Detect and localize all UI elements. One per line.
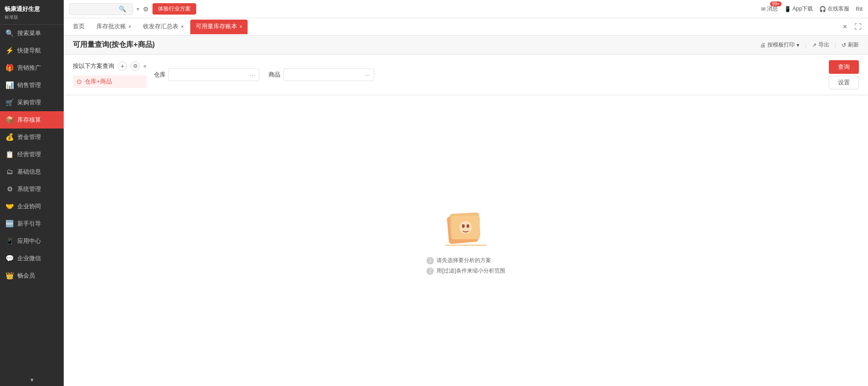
sidebar-item-guide[interactable]: 🆕 新手引导 bbox=[0, 215, 64, 232]
tab-label-summary: 收发存汇总表 bbox=[143, 22, 178, 31]
app-icon: 📱 bbox=[784, 6, 791, 12]
online-service-button[interactable]: 🎧 在线客服 bbox=[819, 5, 849, 13]
query-right-buttons: 查询 设置 bbox=[829, 60, 859, 89]
query-row: 按以下方案查询 + ⚙ « ⊙ 仓库+商品 仓库 bbox=[73, 60, 859, 89]
svg-point-5 bbox=[467, 224, 469, 228]
refresh-icon: ↺ bbox=[842, 42, 846, 48]
hint-num-2: 2 bbox=[426, 268, 434, 275]
query-area: 按以下方案查询 + ⚙ « ⊙ 仓库+商品 仓库 bbox=[64, 55, 868, 95]
print-button[interactable]: 🖨 按模板打印 ▾ bbox=[760, 41, 799, 49]
sidebar-item-label-marketing: 营销推广 bbox=[17, 64, 41, 72]
export-label: 导出 bbox=[818, 41, 829, 49]
warehouse-more-icon[interactable]: ··· bbox=[250, 71, 255, 78]
sidebar-header: 畅康通好生意 标准版 bbox=[0, 0, 64, 25]
scheme-label-warehouse-goods: 仓库+商品 bbox=[85, 77, 112, 86]
sidebar-item-operations[interactable]: 📋 经营管理 bbox=[0, 146, 64, 163]
sidebar-item-quicknav[interactable]: ⚡ 快捷导航 bbox=[0, 42, 64, 59]
message-badge: 99+ bbox=[770, 1, 782, 6]
sidebar-item-search[interactable]: 🔍 搜索菜单 bbox=[0, 25, 64, 42]
tabbar: 首页库存批次账×收发存汇总表×可用量库存账本× × ⛶ bbox=[64, 18, 868, 36]
tab-available[interactable]: 可用量库存账本× bbox=[190, 20, 248, 34]
goods-input-box[interactable]: ··· bbox=[283, 68, 374, 81]
chevron-down-icon[interactable]: ▾ bbox=[137, 6, 139, 12]
tab-close-summary[interactable]: × bbox=[181, 24, 183, 29]
page-header: 可用量查询(按仓库+商品) 🖨 按模板打印 ▾ | ↗ 导出 | ↺ bbox=[64, 36, 868, 55]
sidebar-item-appcenter[interactable]: 📱 应用中心 bbox=[0, 232, 64, 250]
warehouse-label: 仓库 bbox=[154, 71, 166, 79]
finance-icon: 💰 bbox=[5, 133, 14, 141]
sidebar-item-label-cooperation: 企业协同 bbox=[17, 202, 41, 211]
warehouse-field-group: 仓库 ··· bbox=[154, 68, 259, 81]
sidebar-item-marketing[interactable]: 🎁 营销推广 bbox=[0, 59, 64, 77]
empty-hint: 1 请先选择要分析的方案 2 用[过滤]条件来缩小分析范围 bbox=[426, 257, 505, 275]
hint-item-2: 2 用[过滤]条件来缩小分析范围 bbox=[426, 267, 505, 275]
sidebar-item-wechat[interactable]: 💬 企业微信 bbox=[0, 250, 64, 267]
tab-home[interactable]: 首页 bbox=[67, 20, 90, 34]
main-area: 🔍 ▾ ⚙ 体验行业方案 ✉ 消息 99+ 📱 App下载 🎧 在线客服 bbox=[64, 0, 868, 386]
guide-icon: 🆕 bbox=[5, 220, 14, 228]
query-fields: 仓库 ··· 商品 ··· bbox=[154, 68, 822, 81]
tab-summary[interactable]: 收发存汇总表× bbox=[137, 20, 189, 34]
print-chevron-icon[interactable]: ▾ bbox=[797, 42, 799, 48]
wechat-icon: 💬 bbox=[5, 254, 14, 262]
scheme-item-warehouse-goods[interactable]: ⊙ 仓库+商品 bbox=[73, 75, 147, 88]
query-button[interactable]: 查询 bbox=[829, 60, 859, 74]
sidebar-item-label-basic: 基础信息 bbox=[17, 168, 41, 176]
close-tab-button[interactable]: × bbox=[840, 22, 850, 32]
app-label: App下载 bbox=[792, 5, 813, 13]
empty-svg-icon bbox=[443, 206, 489, 252]
divider1: | bbox=[805, 41, 806, 48]
add-scheme-button[interactable]: + bbox=[118, 62, 127, 71]
warehouse-input[interactable] bbox=[173, 72, 248, 78]
appcenter-icon: 📱 bbox=[5, 237, 14, 245]
sidebar-scroll-down[interactable]: ▾ bbox=[0, 374, 64, 386]
hint-text-1: 请先选择要分析的方案 bbox=[437, 257, 491, 264]
message-button[interactable]: ✉ 消息 99+ bbox=[761, 5, 778, 13]
refresh-button[interactable]: ↺ 刷新 bbox=[842, 41, 859, 49]
query-header-label: 按以下方案查询 bbox=[73, 62, 114, 70]
warehouse-input-box[interactable]: ··· bbox=[168, 68, 259, 81]
scheme-settings-button[interactable]: ⚙ bbox=[131, 62, 140, 71]
sidebar-item-label-quicknav: 快捷导航 bbox=[17, 46, 41, 55]
sidebar-item-finance[interactable]: 💰 资金管理 bbox=[0, 129, 64, 146]
collapse-icon[interactable]: « bbox=[143, 63, 147, 69]
sidebar-item-sales[interactable]: 📊 销售管理 bbox=[0, 77, 64, 94]
export-button[interactable]: ↗ 导出 bbox=[812, 41, 829, 49]
goods-more-icon[interactable]: ··· bbox=[365, 71, 370, 78]
export-icon: ↗ bbox=[812, 42, 817, 48]
topbar-search-box[interactable]: 🔍 bbox=[69, 3, 133, 15]
search-icon: 🔍 bbox=[119, 5, 126, 12]
refresh-label: 刷新 bbox=[848, 41, 859, 49]
trial-button[interactable]: 体验行业方案 bbox=[152, 3, 196, 15]
sidebar-item-member[interactable]: 👑 畅会员 bbox=[0, 267, 64, 284]
sidebar-item-label-system: 系统管理 bbox=[17, 185, 41, 193]
search-icon: 🔍 bbox=[5, 29, 14, 37]
sidebar-item-label-appcenter: 应用中心 bbox=[17, 237, 41, 245]
sidebar-item-label-member: 畅会员 bbox=[17, 272, 35, 280]
sidebar-item-basic[interactable]: 🗂 基础信息 bbox=[0, 163, 64, 180]
sidebar-item-label-purchase: 采购管理 bbox=[17, 98, 41, 107]
sidebar-item-label-operations: 经营管理 bbox=[17, 150, 41, 159]
setting-button[interactable]: 设置 bbox=[829, 76, 859, 89]
maximize-button[interactable]: ⛶ bbox=[852, 22, 864, 32]
username-label[interactable]: Rit bbox=[856, 6, 863, 12]
sidebar-item-inventory[interactable]: 📦 库存核算 bbox=[0, 111, 64, 129]
query-header: 按以下方案查询 + ⚙ « bbox=[73, 62, 147, 71]
goods-input[interactable] bbox=[287, 72, 363, 78]
topbar-gear-icon[interactable]: ⚙ bbox=[143, 5, 149, 13]
quicknav-icon: ⚡ bbox=[5, 46, 14, 55]
sidebar-item-cooperation[interactable]: 🤝 企业协同 bbox=[0, 198, 64, 215]
sidebar-item-system[interactable]: ⚙ 系统管理 bbox=[0, 180, 64, 198]
topbar: 🔍 ▾ ⚙ 体验行业方案 ✉ 消息 99+ 📱 App下载 🎧 在线客服 bbox=[64, 0, 868, 18]
search-input[interactable] bbox=[73, 6, 119, 12]
sidebar-item-purchase[interactable]: 🛒 采购管理 bbox=[0, 94, 64, 111]
service-icon: 🎧 bbox=[819, 6, 826, 12]
tab-close-batch[interactable]: × bbox=[128, 24, 131, 29]
empty-illustration bbox=[443, 206, 489, 252]
sidebar-item-label-guide: 新手引导 bbox=[17, 220, 41, 228]
tab-close-available[interactable]: × bbox=[239, 24, 242, 29]
app-download-button[interactable]: 📱 App下载 bbox=[784, 5, 813, 13]
tab-batch[interactable]: 库存批次账× bbox=[91, 20, 137, 34]
sidebar-scroll: 🔍 搜索菜单 ⚡ 快捷导航 🎁 营销推广 📊 销售管理 🛒 采购管理 📦 库存核… bbox=[0, 25, 64, 374]
tab-label-batch: 库存批次账 bbox=[96, 22, 126, 31]
